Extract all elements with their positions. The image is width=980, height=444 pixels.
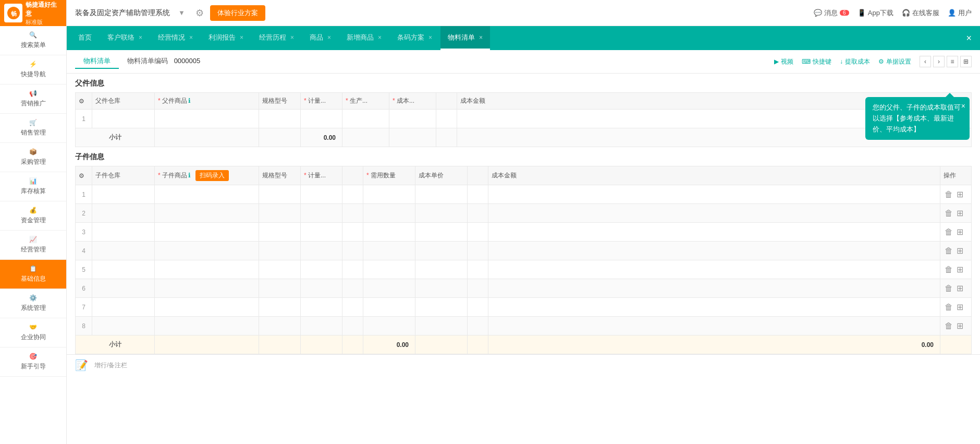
sidebar-item-inventory[interactable]: 📊 库存核算 [0,172,66,201]
child-needed-cell[interactable] [363,298,415,317]
child-unit-cell[interactable] [301,317,342,335]
doc-settings-action[interactable]: ⚙ 单据设置 [878,57,911,66]
child-needed-cell[interactable] [363,260,415,279]
navtab-bom[interactable]: 物料清单 × [440,26,490,50]
child-warehouse-cell[interactable] [92,317,155,335]
child-product-cell[interactable] [155,260,259,279]
sidebar-item-quicknav[interactable]: ⚡ 快捷导航 [0,55,66,85]
grid-view-button[interactable]: ≡ [947,56,958,67]
topbar-dropdown-icon[interactable]: ▼ [178,9,185,17]
child-unitcost-cell[interactable] [415,223,468,242]
child-unit-cell[interactable] [301,185,342,204]
child-spec-cell[interactable] [259,185,301,204]
child-spec-cell[interactable] [259,204,301,223]
copy-row-button[interactable]: ⊞ [956,188,964,200]
child-unit-cell[interactable] [301,223,342,242]
navtab-close-icon[interactable]: × [240,34,243,41]
sidebar-item-collab[interactable]: 🤝 企业协同 [0,318,66,347]
parent-spec-cell[interactable] [259,110,301,128]
navtab-close-icon[interactable]: × [378,34,382,41]
delete-row-button[interactable]: 🗑 [944,226,954,238]
child-unitcost-cell[interactable] [415,185,468,204]
child-needed-cell[interactable] [363,185,415,204]
delete-row-button[interactable]: 🗑 [944,283,954,294]
app-download-item[interactable]: 📱 App下载 [858,8,893,18]
child-product-cell[interactable] [155,298,259,317]
sidebar-item-search[interactable]: 🔍 搜索菜单 [0,26,66,55]
parent-product-cell[interactable] [155,110,259,128]
close-all-button[interactable]: × [962,26,976,50]
sidebar-item-basic[interactable]: 📋 基础信息 [0,260,66,289]
child-product-cell[interactable] [155,317,259,335]
sidebar-item-marketing[interactable]: 📢 营销推广 [0,85,66,114]
child-warehouse-cell[interactable] [92,260,155,279]
tooltip-close-button[interactable]: × [961,100,965,112]
navtab-new-product[interactable]: 新增商品 × [339,26,389,50]
subtab-bom-list[interactable]: 物料清单 [75,54,119,69]
delete-row-button[interactable]: 🗑 [944,189,954,200]
video-action[interactable]: ▶ 视频 [774,57,793,66]
add-row-icon[interactable]: 📝 [75,359,88,371]
next-page-button[interactable]: › [933,56,945,67]
child-spec-cell[interactable] [259,279,301,298]
prev-page-button[interactable]: ‹ [920,56,931,67]
sidebar-item-finance[interactable]: 💰 资金管理 [0,201,66,231]
child-spec-cell[interactable] [259,223,301,242]
child-unit-cell[interactable] [301,260,342,279]
parent-warehouse-cell[interactable] [92,110,155,128]
child-product-cell[interactable] [155,242,259,260]
navtab-products[interactable]: 商品 × [302,26,338,50]
child-product-cell[interactable] [155,279,259,298]
copy-row-button[interactable]: ⊞ [956,263,964,275]
navtab-close-icon[interactable]: × [327,34,331,41]
child-spec-cell[interactable] [259,260,301,279]
child-spec-cell[interactable] [259,242,301,260]
user-item[interactable]: 👤 用户 [948,8,972,18]
delete-row-button[interactable]: 🗑 [944,302,954,313]
child-product-cell[interactable] [155,204,259,223]
delete-row-button[interactable]: 🗑 [944,245,954,257]
child-needed-cell[interactable] [363,204,415,223]
navtab-close-icon[interactable]: × [290,34,294,41]
sidebar-item-guide[interactable]: 🎯 新手引导 [0,347,66,377]
copy-row-button[interactable]: ⊞ [956,245,964,257]
child-warehouse-cell[interactable] [92,223,155,242]
sidebar-item-purchase[interactable]: 📦 采购管理 [0,143,66,172]
navtab-barcode[interactable]: 条码方案 × [390,26,439,50]
sidebar-item-system[interactable]: ⚙️ 系统管理 [0,289,66,318]
sidebar-item-operations[interactable]: 📈 经营管理 [0,231,66,260]
online-service-item[interactable]: 🎧 在线客服 [902,8,939,18]
parent-production-cell[interactable] [342,110,389,128]
messages-item[interactable]: 💬 消息 6 [814,8,849,18]
navtab-close-icon[interactable]: × [428,34,432,41]
child-unitcost-cell[interactable] [415,204,468,223]
copy-row-button[interactable]: ⊞ [956,320,964,332]
extract-cost-action[interactable]: ↓ 提取成本 [840,57,870,66]
child-unitcost-cell[interactable] [415,317,468,335]
navtab-operations[interactable]: 经营情况 × [151,26,200,50]
subtab-bom-code[interactable]: 物料清单编码 0000005 [119,54,209,69]
child-warehouse-cell[interactable] [92,185,155,204]
navtab-home[interactable]: 首页 [71,26,99,50]
child-unit-cell[interactable] [301,298,342,317]
settings-icon[interactable]: ⚙ [195,7,204,19]
trial-button[interactable]: 体验行业方案 [210,5,265,21]
navtab-close-icon[interactable]: × [189,34,193,41]
navtab-history[interactable]: 经营历程 × [252,26,301,50]
child-needed-cell[interactable] [363,242,415,260]
sidebar-item-sales[interactable]: 🛒 销售管理 [0,114,66,143]
child-unitcost-cell[interactable] [415,298,468,317]
child-product-cell[interactable] [155,223,259,242]
parent-unit-cell[interactable] [301,110,342,128]
child-needed-cell[interactable] [363,223,415,242]
child-warehouse-cell[interactable] [92,298,155,317]
scan-button[interactable]: 扫码录入 [195,170,229,181]
navtab-close-icon[interactable]: × [479,34,483,41]
child-unit-cell[interactable] [301,279,342,298]
child-warehouse-cell[interactable] [92,204,155,223]
child-needed-cell[interactable] [363,279,415,298]
copy-row-button[interactable]: ⊞ [956,226,964,238]
delete-row-button[interactable]: 🗑 [944,320,954,332]
child-warehouse-cell[interactable] [92,279,155,298]
parent-cost-cell[interactable] [389,110,436,128]
